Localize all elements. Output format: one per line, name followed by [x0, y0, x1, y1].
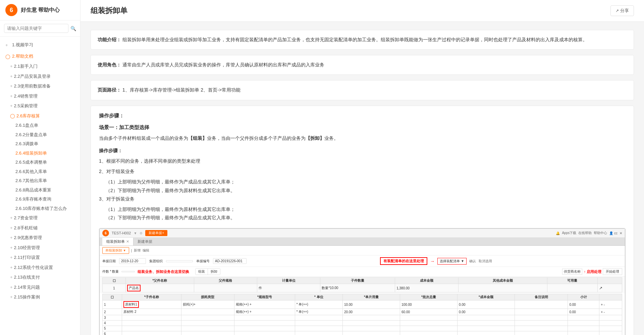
- sim-avatar: 👤 cc: [609, 231, 618, 235]
- sim-th-sku: 父件规格: [194, 278, 257, 284]
- app-title: 好生意 帮助中心: [21, 7, 60, 14]
- sidebar-item-purchase[interactable]: +2.5采购管理: [10, 101, 80, 111]
- sim-docno-field[interactable]: AD-20191226-001: [213, 258, 247, 264]
- sidebar-item-faq[interactable]: +2.14常见问题: [10, 282, 80, 292]
- sidebar-item-stock-query[interactable]: 2.6.9库存账本查询: [15, 194, 80, 204]
- sim-cell-avail-1: [547, 284, 597, 292]
- sim-lcell-name-2: 原材料 2: [122, 309, 181, 315]
- sim-lrow-5: 5: [103, 326, 622, 331]
- sim-cell-sku-1: [194, 284, 257, 292]
- sidebar-item-other-out[interactable]: 2.6.7其他出库单: [15, 176, 80, 185]
- sim-row-op-add[interactable]: +: [601, 303, 603, 306]
- sidebar-item-cases[interactable]: +2.15操作案例: [10, 292, 80, 302]
- sidebar-item-video[interactable]: + 1.视频学习: [0, 40, 80, 50]
- share-icon: ↗: [615, 8, 619, 13]
- sim-tab-assembly[interactable]: 组装拆卸单 ✕: [102, 238, 133, 245]
- sim-select-bom-arrow: ▼: [461, 259, 464, 263]
- sidebar-item-cost-adjust[interactable]: 2.6.5成本调整单: [15, 158, 80, 167]
- step2-sub2: （2）下部明细为子件明细，最终作为原材料生成其它出库单。: [99, 186, 626, 195]
- sim-expand-icon[interactable]: ↗: [599, 286, 602, 290]
- sim-select-bom[interactable]: 选择装配清单 ▼: [437, 258, 467, 265]
- sim-lth-note: 备注说明: [515, 294, 568, 300]
- sim-lcell-cost-1: 0.00: [458, 300, 515, 309]
- sidebar-item-sales[interactable]: +2.4销售管理: [10, 91, 80, 101]
- sim-lcell-check-1: 1: [103, 300, 122, 309]
- sim-lcell-qty-2: 20.00: [343, 309, 400, 315]
- sidebar-item-transfer[interactable]: 2.6.3调拨单: [15, 139, 80, 149]
- sim-tab-new[interactable]: 新建单据: [133, 238, 156, 245]
- sim-btn-cancel-bom[interactable]: 取消选用: [479, 259, 492, 264]
- search-icon[interactable]: 🔍: [70, 26, 76, 31]
- sidebar-item-new-user[interactable]: +2.1新手入门: [10, 61, 80, 71]
- sidebar-item-label-video: 1.视频学习: [12, 42, 33, 48]
- sim-lcell-name-4: [122, 321, 181, 326]
- sidebar-item-online-pay[interactable]: +2.13在线支付: [10, 272, 80, 282]
- search-input[interactable]: [4, 24, 68, 33]
- sim-date-field[interactable]: 2019-12-20: [119, 258, 146, 264]
- sim-enable-input[interactable]: 供货商名称: [562, 269, 582, 275]
- sim-new-doc-btn[interactable]: 新建单据+: [145, 230, 167, 236]
- sidebar-item-mobile[interactable]: +2.8手机旺铺: [10, 223, 80, 233]
- sim-row-op-add-2[interactable]: +: [601, 310, 603, 314]
- sidebar-item-other-in[interactable]: 2.6.6其他入库单: [15, 167, 80, 176]
- sim-type-assembly[interactable]: 组装: [196, 269, 208, 275]
- plus-icon: +: [5, 43, 10, 47]
- sim-close[interactable]: ✕: [620, 231, 622, 235]
- sim-lrow-1: 1 原材料1 损耗(+)+ 规格(++) + * 单(++) 10.00 100…: [103, 300, 622, 309]
- sidebar-item-cost-calc[interactable]: 2.6.8商品成本重算: [15, 185, 80, 195]
- sim-lcell-ops-2: + -: [599, 309, 622, 315]
- sim-th-name: *父件名称: [126, 278, 194, 284]
- step2-sub1: （1）上部明细为父件明细，最终作为产成品生成其它入库单；: [99, 178, 626, 186]
- sim-type-disassembly[interactable]: 拆卸: [208, 269, 220, 275]
- sim-lth-ops: [599, 294, 622, 300]
- sim-lcell-name-3: [122, 315, 181, 321]
- sim-lcell-sub-2: 0.00: [568, 309, 599, 315]
- sim-dept-field[interactable]: [166, 260, 193, 262]
- sim-cell-cost-1: 1,380.00: [395, 284, 458, 292]
- sidebar-item-assembly[interactable]: 2.6.4组装拆卸单: [15, 149, 80, 158]
- sim-cell-unit-1: 件: [257, 284, 320, 292]
- share-label: 分享: [620, 8, 629, 14]
- sim-btn-add[interactable]: 新增: [134, 248, 141, 253]
- sidebar-item-data-prep[interactable]: +2.3使用前数据准备: [10, 81, 80, 91]
- sim-qty-field[interactable]: [121, 271, 135, 272]
- annotation-has-bom: 有装配清单的在这里处理: [380, 257, 427, 265]
- sim-row-parent-1: 1 产品名 件 数量*10.00 1,380.00: [103, 284, 622, 292]
- sim-name-field-highlight[interactable]: 产品名: [127, 285, 141, 291]
- share-button[interactable]: ↗ 分享: [610, 5, 634, 16]
- sidebar-item-account-error[interactable]: 2.6.10库存账本错了怎么办: [15, 204, 80, 213]
- sim-lth-name: *子件名称: [122, 294, 181, 300]
- sidebar-item-print[interactable]: +2.11打印设置: [10, 253, 80, 263]
- sim-row-op-del-2[interactable]: -: [604, 310, 605, 314]
- sim-lcell-cost-2: 0.00: [458, 309, 515, 315]
- sidebar-item-finance[interactable]: +2.7资金管理: [10, 213, 80, 223]
- sidebar-item-operation[interactable]: +2.10经营管理: [10, 243, 80, 253]
- sidebar-item-coupon[interactable]: +2.9优惠券管理: [10, 233, 80, 243]
- sim-lcell-total-3: [400, 315, 458, 321]
- sim-cell-name-1: 产品名: [126, 284, 194, 292]
- path-text: 1、库存核算->库存管理->组装拆卸单 2、首页->常用功能: [122, 87, 240, 93]
- sim-btn-assembly-type[interactable]: 本组装拆卸 ▼: [102, 247, 129, 254]
- sim-enable-area: 供货商名称 ↑ 启用处理 开始处理: [562, 268, 622, 275]
- content-area: 功能介绍： 组装拆卸单用来处理企业组装或拆卸等加工业务，支持有固定装配清单的产品…: [80, 22, 644, 335]
- sidebar-item-docs[interactable]: ◯ 2.帮助文档: [0, 51, 80, 61]
- sim-btn-start[interactable]: 开始处理: [603, 268, 622, 275]
- main: 组装拆卸单 ↗ 分享 功能介绍： 组装拆卸单用来处理企业组装或拆卸等加工业务，支…: [80, 0, 644, 335]
- sim-child-name-highlight[interactable]: 原材料1: [123, 301, 139, 308]
- sidebar-item-count[interactable]: 2.6.1盘点单: [15, 121, 80, 130]
- sim-btn-edit[interactable]: 编辑: [143, 248, 149, 253]
- sim-lcell-cost-3: [458, 315, 515, 321]
- sim-logo: 6: [102, 230, 109, 236]
- sim-lth-total: *批次总量: [400, 294, 458, 300]
- sim-lcell-check-2: 2: [103, 309, 122, 315]
- sim-row-op-del[interactable]: -: [604, 303, 605, 306]
- scene1-desc: 当由多个子件材料组装成一个成品的业务为【组装】业务，当由一个父件拆分成多个子产品…: [99, 134, 626, 143]
- sim-btn-confirm-bom[interactable]: 确认: [469, 259, 476, 264]
- sidebar-item-install[interactable]: +2.2产品安装及登录: [10, 71, 80, 81]
- sidebar-item-inventory[interactable]: ◯2.6库存核算: [10, 111, 80, 121]
- sim-lcell-name-1: 原材料1: [122, 300, 181, 309]
- sidebar-item-settings[interactable]: +2.12系统个性化设置: [10, 263, 80, 273]
- sim-lrow-6: 6: [103, 331, 622, 335]
- sim-lcell-check-3: 3: [103, 315, 122, 321]
- sidebar-item-split-count[interactable]: 2.6.2分量盘点单: [15, 130, 80, 139]
